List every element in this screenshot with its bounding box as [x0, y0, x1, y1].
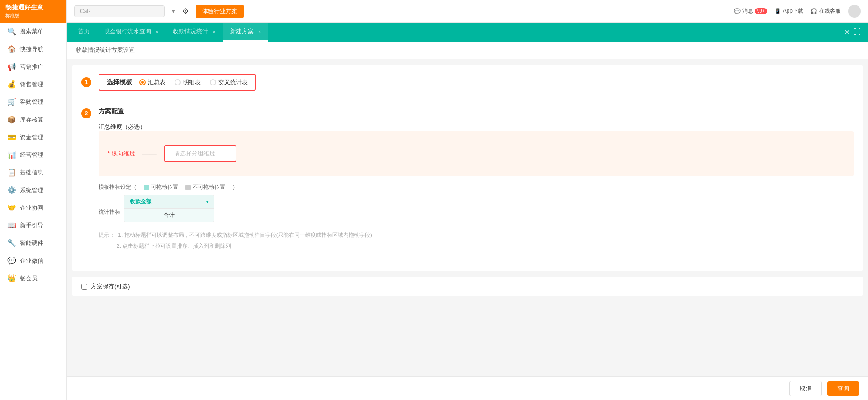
member-icon: 👑 [7, 274, 16, 282]
query-button[interactable]: 查询 [827, 381, 859, 396]
message-button[interactable]: 💬 消息 99+ [734, 7, 767, 15]
tabbar: 首页 现金银行流水查询 × 收款情况统计 × 新建方案 × ✕ ⛶ [67, 23, 868, 42]
sidebar-item-nav[interactable]: 🏠 快捷导航 [0, 40, 66, 58]
download-button[interactable]: 📱 App下载 [774, 7, 803, 15]
message-label: 消息 [742, 7, 753, 15]
sidebar-item-label: 经营管理 [20, 151, 43, 159]
sidebar-item-purchase[interactable]: 🛒 采购管理 [0, 93, 66, 111]
topbar-right: 💬 消息 99+ 📱 App下载 🎧 在线客服 [734, 5, 861, 18]
step1-label: 选择模板 [107, 78, 132, 86]
settings-icon[interactable]: ⚙ [182, 7, 189, 15]
dimension-placeholder: 请选择分组维度 [174, 150, 215, 157]
topbar: CaR ▾ ⚙ 体验行业方案 💬 消息 99+ 📱 App下载 🎧 在线客服 [67, 0, 868, 23]
sidebar-item-enterprise[interactable]: 🤝 企业协同 [0, 199, 66, 216]
search-placeholder: CaR [80, 8, 91, 14]
sidebar-item-marketing[interactable]: 📢 营销推广 [0, 58, 66, 75]
non-draggable-dot [185, 185, 191, 190]
template-selection-box: 选择模板 汇总表 明细表 交叉统计表 [99, 74, 256, 91]
save-label: 方案保存(可选) [91, 282, 130, 291]
sidebar-item-label: 新手引导 [20, 221, 43, 230]
sidebar-item-guide[interactable]: 📖 新手引导 [0, 216, 66, 234]
search-bar[interactable]: CaR [74, 5, 165, 17]
dimension-select[interactable]: 请选择分组维度 [164, 145, 236, 162]
form-section: 1 选择模板 汇总表 明细表 交叉统 [72, 65, 863, 271]
sidebar-item-wechat[interactable]: 💬 企业微信 [0, 252, 66, 269]
tab-new-plan[interactable]: 新建方案 × [223, 23, 268, 42]
tab-close-all-icon[interactable]: ✕ [844, 28, 850, 37]
sidebar-item-sales[interactable]: 💰 销售管理 [0, 75, 66, 93]
chevron-down-icon[interactable]: ▾ [206, 199, 208, 204]
step1-badge: 1 [81, 77, 91, 87]
radio-detail-circle [175, 79, 181, 85]
radio-detail[interactable]: 明细表 [175, 78, 201, 86]
support-icon: 🎧 [811, 8, 817, 14]
marketing-icon: 📢 [7, 62, 16, 71]
save-checkbox[interactable] [81, 284, 87, 290]
tab-collection[interactable]: 收款情况统计 × [165, 23, 222, 42]
sidebar-item-member[interactable]: 👑 畅会员 [0, 269, 66, 287]
sales-icon: 💰 [7, 80, 16, 89]
metrics-title: 模板指标设定（ [99, 184, 137, 191]
tab-bank-flow[interactable]: 现金银行流水查询 × [97, 23, 165, 42]
sidebar-item-label: 智能硬件 [20, 239, 43, 247]
radio-summary-label: 汇总表 [148, 78, 165, 86]
tip2: 2. 点击标题栏下拉可设置排序、插入列和删除列 [117, 243, 231, 249]
template-radio-group: 汇总表 明细表 交叉统计表 [139, 78, 248, 86]
sidebar-item-inventory[interactable]: 📦 库存核算 [0, 111, 66, 128]
sidebar-item-finance[interactable]: 💳 资金管理 [0, 128, 66, 146]
sidebar: 畅捷通好生意 标准版 🔍 搜索菜单 🏠 快捷导航 📢 营销推广 💰 销售管理 🛒… [0, 0, 67, 400]
sidebar-item-label: 采购管理 [20, 98, 43, 106]
save-section: 方案保存(可选) [72, 277, 863, 296]
sidebar-item-label: 库存核算 [20, 116, 43, 124]
support-button[interactable]: 🎧 在线客服 [811, 7, 841, 15]
radio-cross-circle [210, 79, 216, 85]
app-name: 畅捷通好生意 [5, 4, 43, 12]
stats-label-text: 统计指标 [99, 209, 120, 215]
enterprise-icon: 🤝 [7, 203, 16, 212]
draggable-dot [144, 185, 149, 190]
vertical-dimension-label: * 纵向维度 [108, 150, 135, 158]
metrics-table-cell-total: 合计 [124, 209, 214, 222]
metrics-header: 模板指标设定（ 可拖动位置 不可拖动位置 ） [99, 184, 854, 191]
tabbar-controls: ✕ ⛶ [844, 23, 864, 42]
page-title: 收款情况统计方案设置 [76, 47, 135, 53]
wechat-icon: 💬 [7, 256, 16, 265]
sidebar-item-label: 基础信息 [20, 169, 43, 177]
trial-button[interactable]: 体验行业方案 [196, 5, 244, 18]
dropdown-icon[interactable]: ▾ [172, 8, 175, 14]
tab-home[interactable]: 首页 [71, 23, 97, 42]
tab-new-plan-close[interactable]: × [258, 29, 261, 34]
dimension-row: * 纵向维度 —— 请选择分组维度 [108, 145, 236, 162]
step2-label: 方案配置 [99, 108, 124, 115]
sidebar-item-label: 企业协同 [20, 204, 43, 212]
non-draggable-indicator: 不可拖动位置 [185, 184, 225, 191]
section-divider1 [81, 100, 854, 100]
radio-summary[interactable]: 汇总表 [139, 78, 165, 86]
user-avatar[interactable] [848, 5, 861, 18]
tab-expand-icon[interactable]: ⛶ [854, 28, 861, 36]
download-label: App下载 [783, 7, 803, 15]
tab-collection-close[interactable]: × [212, 29, 215, 34]
sidebar-item-label: 销售管理 [20, 80, 43, 89]
metrics-table-wrapper: 统计指标 收款金额 ▾ [99, 195, 854, 222]
sidebar-item-system[interactable]: ⚙️ 系统管理 [0, 181, 66, 199]
info-icon: 📋 [7, 168, 16, 177]
dimension-arrow: —— [142, 150, 157, 158]
metrics-title-end: ） [232, 184, 238, 191]
sidebar-item-hardware[interactable]: 🔧 智能硬件 [0, 234, 66, 252]
search-icon: 🔍 [7, 27, 16, 36]
sidebar-item-operations[interactable]: 📊 经营管理 [0, 146, 66, 164]
radio-summary-circle [139, 79, 146, 85]
spacer [67, 301, 868, 376]
sidebar-item-search[interactable]: 🔍 搜索菜单 [0, 23, 66, 40]
radio-cross[interactable]: 交叉统计表 [210, 78, 248, 86]
tip1: 1. 拖动标题栏可以调整布局，不可跨维度或指标区域拖动栏目字段(只能在同一维度或… [118, 232, 372, 238]
metrics-table-header[interactable]: 收款金额 ▾ [124, 195, 214, 209]
finance-icon: 💳 [7, 133, 16, 141]
download-icon: 📱 [774, 8, 781, 14]
cancel-button[interactable]: 取消 [789, 381, 822, 396]
sidebar-item-basic-info[interactable]: 📋 基础信息 [0, 164, 66, 181]
page-header: 收款情况统计方案设置 [67, 42, 868, 59]
metrics-section: 模板指标设定（ 可拖动位置 不可拖动位置 ） [99, 184, 854, 251]
tab-bank-flow-close[interactable]: × [156, 29, 158, 34]
